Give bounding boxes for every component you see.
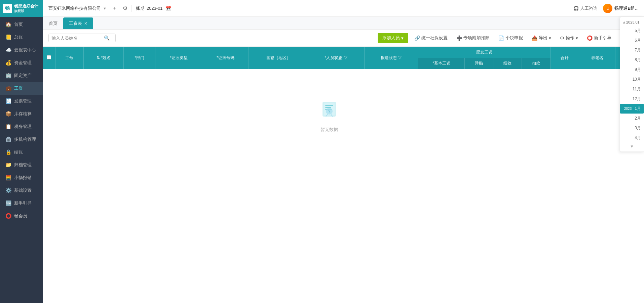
user-menu[interactable]: U 畅理通B组... [603, 4, 639, 13]
cal-month-6[interactable]: 6月 [620, 36, 644, 45]
svg-text:?: ? [328, 109, 330, 113]
th-checkbox[interactable] [43, 47, 55, 69]
select-all-checkbox[interactable] [47, 55, 51, 59]
settings-icon[interactable]: ⚙ [123, 5, 127, 11]
cal-month-8[interactable]: 8月 [620, 55, 644, 65]
cal-month-4[interactable]: 4月 [620, 133, 644, 143]
ledger-nav-icon: 📒 [5, 34, 11, 40]
sidebar-item-archive[interactable]: 📁 归档管理 [0, 159, 43, 171]
toolbar-right: 添加人员 ▾ 🔗 统一社保设置 ➕ 专项附加扣除 📄 个税申报 📤 导 [378, 33, 639, 43]
social-security-button[interactable]: 🔗 统一社保设置 [412, 34, 450, 42]
svg-rect-2 [325, 105, 333, 106]
add-company-button[interactable]: ＋ [111, 4, 119, 12]
month-label: 8月 [635, 57, 641, 63]
sidebar-item-label: 畅会员 [14, 213, 27, 219]
sidebar-item-funds[interactable]: 💰 资金管理 [0, 56, 43, 69]
topbar-period: 账期 2023-01 📅 [136, 5, 171, 11]
sidebar-item-salary[interactable]: 💼 工资 [0, 82, 43, 95]
tab-close-icon[interactable]: ✕ [84, 21, 87, 26]
sidebar-item-home[interactable]: 🏠 首页 [0, 18, 43, 31]
sidebar-item-guide[interactable]: 🆕 新手引导 [0, 197, 43, 210]
sidebar-item-close[interactable]: 🔒 结账 [0, 146, 43, 159]
th-person-status[interactable]: *人员状态 ▽ [308, 47, 365, 69]
expense-nav-icon: 🧮 [5, 175, 11, 181]
sidebar-nav: 🏠 首页 📒 总账 ☁️ 云报表中心 💰 资金管理 🏢 固定资产 💼 工资 🧾 … [0, 17, 43, 303]
export-button[interactable]: 📤 导出 ▾ [529, 34, 554, 42]
cal-month-11[interactable]: 11月 [620, 84, 644, 94]
special-deduct-icon: ➕ [456, 35, 462, 41]
sidebar-item-fixed-assets[interactable]: 🏢 固定资产 [0, 69, 43, 82]
sidebar-item-tax[interactable]: 📋 税务管理 [0, 120, 43, 133]
month-label: 1月 [635, 106, 641, 112]
cal-prev-button[interactable]: ▲ [622, 20, 626, 25]
cal-next-button[interactable]: ▼ [630, 144, 634, 149]
content: 🔍 添加人员 ▾ 🔗 统一社保设置 ➕ 专项附加扣除 📄 个税申报 [43, 30, 644, 303]
sidebar-item-label: 发票管理 [14, 98, 32, 104]
cal-month-2[interactable]: 2月 [620, 114, 644, 123]
home-nav-icon: 🏠 [5, 21, 11, 28]
sidebar-item-label: 归档管理 [14, 162, 32, 168]
th-base-salary: *基本工资 [418, 58, 465, 69]
sidebar-item-multi-org[interactable]: 🏛️ 多机构管理 [0, 133, 43, 146]
empty-text: 暂无数据 [320, 127, 338, 133]
calendar-icon[interactable]: 📅 [165, 6, 171, 11]
sidebar-item-label: 固定资产 [14, 73, 32, 79]
sidebar-item-member[interactable]: ⭕ 畅会员 [0, 210, 43, 222]
main-area: 西安虾米网络科技有限公司 ▼ ＋ ⚙ 账期 2023-01 📅 🎧 人工咨询 U… [43, 0, 644, 303]
month-label: 5月 [635, 28, 641, 34]
toolbar: 🔍 添加人员 ▾ 🔗 统一社保设置 ➕ 专项附加扣除 📄 个税申报 [43, 30, 644, 47]
tab-home[interactable]: 首页 [43, 17, 63, 29]
operation-button[interactable]: ⚙ 操作 ▾ [557, 34, 581, 42]
cal-month-10[interactable]: 10月 [620, 75, 644, 84]
th-dept: *部门 [124, 47, 155, 69]
period-label: 账期 [136, 5, 145, 11]
fixed-assets-nav-icon: 🏢 [5, 73, 11, 79]
special-deduct-button[interactable]: ➕ 专项附加扣除 [454, 34, 492, 42]
empty-state: ? 暂无数据 [43, 69, 615, 160]
cal-month-12[interactable]: 12月 [620, 94, 644, 104]
cal-month-1[interactable]: 20231月 [620, 104, 644, 114]
sidebar-item-invoice[interactable]: 🧾 发票管理 [0, 95, 43, 107]
th-region: 国籍（地区） [249, 47, 308, 69]
search-icon: 🔍 [104, 35, 110, 41]
add-person-button[interactable]: 添加人员 ▾ [378, 33, 408, 43]
tab-salary-table[interactable]: 工资表 ✕ [63, 17, 93, 29]
month-label: 10月 [633, 77, 641, 82]
cal-month-3[interactable]: 3月 [620, 123, 644, 133]
personal-tax-button[interactable]: 📄 个税申报 [496, 34, 526, 42]
sidebar-item-expense[interactable]: 🧮 小畅报销 [0, 171, 43, 184]
sidebar-item-label: 首页 [14, 21, 23, 28]
sidebar-item-cloud-report[interactable]: ☁️ 云报表中心 [0, 44, 43, 56]
sidebar-item-label: 总账 [14, 34, 23, 40]
multi-org-nav-icon: 🏛️ [5, 136, 11, 142]
month-label: 12月 [633, 96, 641, 102]
th-id: 工号 [55, 47, 84, 69]
cal-month-9[interactable]: 9月 [620, 65, 644, 75]
invoice-nav-icon: 🧾 [5, 98, 11, 104]
sidebar-item-inventory[interactable]: 📦 库存核算 [0, 107, 43, 120]
search-input[interactable] [51, 36, 102, 41]
sidebar-item-label: 库存核算 [14, 111, 32, 117]
logo-text: 畅应通好会计 旗舰版 [14, 4, 38, 13]
th-name[interactable]: ⇅ *姓名 [84, 47, 124, 69]
cal-month-7[interactable]: 7月 [620, 45, 644, 55]
period-value: 2023-01 [147, 6, 163, 11]
company-selector[interactable]: 西安虾米网络科技有限公司 ▼ [48, 5, 107, 11]
th-deduction: 扣款 [522, 58, 551, 69]
sidebar-item-ledger[interactable]: 📒 总账 [0, 31, 43, 44]
sidebar-item-settings[interactable]: ⚙️ 基础设置 [0, 184, 43, 197]
inventory-nav-icon: 📦 [5, 111, 11, 117]
sidebar-logo: 畅 畅应通好会计 旗舰版 [0, 0, 43, 17]
headset-icon: 🎧 [573, 6, 579, 11]
topbar-divider [131, 5, 132, 12]
guide-nav-icon: 🆕 [5, 200, 11, 206]
guide-button[interactable]: ⭕ 新手引导 [584, 34, 614, 42]
search-wrap: 🔍 [48, 34, 116, 42]
calendar-header: ▲ 2023.01 [620, 18, 644, 26]
cal-month-5[interactable]: 5月 [620, 26, 644, 36]
human-service-button[interactable]: 🎧 人工咨询 [573, 5, 598, 11]
topbar: 西安虾米网络科技有限公司 ▼ ＋ ⚙ 账期 2023-01 📅 🎧 人工咨询 U… [43, 0, 644, 17]
company-name: 西安虾米网络科技有限公司 [48, 5, 101, 11]
th-report-status[interactable]: 报送状态 ▽ [365, 47, 418, 69]
month-label: 7月 [635, 47, 641, 53]
